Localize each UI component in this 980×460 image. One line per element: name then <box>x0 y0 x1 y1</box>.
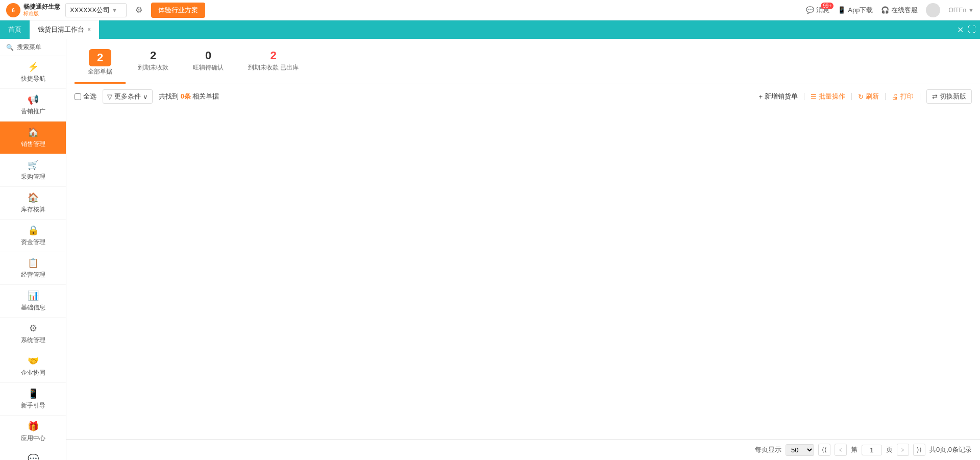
next-page-button[interactable]: ﹥ <box>897 444 909 456</box>
stat-all-label: 全部单据 <box>88 67 112 76</box>
page-input[interactable] <box>862 445 882 455</box>
user-dropdown[interactable]: OfTEn ▼ <box>948 7 974 14</box>
stat-tab-overdue-shipped[interactable]: 2 到期未收款 已出库 <box>236 45 311 84</box>
found-count: 0条 <box>181 92 191 100</box>
filter-icon: ▽ <box>107 93 112 101</box>
window-close-icon[interactable]: ✕ <box>957 25 964 35</box>
switch-version-button[interactable]: ⇄ 切换新版 <box>926 89 972 104</box>
company-selector[interactable]: XXXXXX公司 ▼ <box>65 3 127 17</box>
message-button[interactable]: 💬 消息 99+ <box>806 6 829 15</box>
toolbar-left: 全选 ▽ 更多条件 ∨ 共找到 0条 相关单据 <box>75 89 752 104</box>
sidebar-item-label: 营销推广 <box>21 107 45 116</box>
enterprise-icon: 🤝 <box>28 355 39 367</box>
trial-button[interactable]: 体验行业方案 <box>151 3 205 18</box>
company-dropdown-arrow: ▼ <box>112 7 117 13</box>
batch-icon: ☰ <box>811 93 817 101</box>
sidebar-item-operations[interactable]: 📋 经营管理 <box>0 252 66 285</box>
batch-operation-button[interactable]: ☰ 批量操作 <box>811 92 845 101</box>
settings-icon[interactable]: ⚙ <box>132 3 146 17</box>
stat-tab-pending[interactable]: 0 旺辅待确认 <box>181 45 236 84</box>
stats-tabs: 2 全部单据 2 到期未收款 0 旺辅待确认 2 到期未收款 已出库 <box>66 39 980 84</box>
sidebar-item-finance[interactable]: 🔒 资金管理 <box>0 220 66 252</box>
sidebar-item-label: 快捷导航 <box>21 75 45 83</box>
sidebar-item-wechat[interactable]: 💬 企业微信 <box>0 448 66 460</box>
svg-text:6: 6 <box>12 8 15 13</box>
window-maximize-icon[interactable]: ⛶ <box>968 25 976 34</box>
online-service-button[interactable]: 🎧 在线客服 <box>881 6 918 15</box>
sidebar-item-marketing[interactable]: 📢 营销推广 <box>0 89 66 122</box>
app-download-button[interactable]: 📱 App下载 <box>838 6 873 15</box>
page-label: 第 <box>851 445 857 454</box>
sidebar-search-label: 搜索菜单 <box>17 43 41 52</box>
prev-page-button[interactable]: ﹤ <box>835 444 847 456</box>
stat-all-number-bg: 2 <box>89 49 111 66</box>
tab-workbench[interactable]: 钱货日清工作台 × <box>30 20 99 39</box>
avatar[interactable] <box>926 3 940 17</box>
sidebar-item-guide[interactable]: 📱 新手引导 <box>0 383 66 416</box>
sidebar-item-label: 资金管理 <box>21 238 45 247</box>
marketing-icon: 📢 <box>28 94 39 105</box>
sidebar-item-label: 应用中心 <box>21 434 45 443</box>
divider-4 <box>920 93 920 100</box>
sidebar-item-label: 销售管理 <box>21 140 45 149</box>
last-page-button[interactable]: ⟩⟩ <box>913 444 925 456</box>
logo-sub: 标准版 <box>23 11 60 17</box>
wechat-icon: 💬 <box>28 453 39 460</box>
logo-area: 6 畅捷通好生意 标准版 <box>6 3 60 17</box>
select-all-label: 全选 <box>83 92 96 101</box>
found-suffix: 相关单据 <box>192 92 219 100</box>
finance-icon: 🔒 <box>28 225 39 236</box>
add-sale-order-button[interactable]: + 新增销货单 <box>758 92 798 101</box>
stat-tab-overdue[interactable]: 2 到期未收款 <box>126 45 181 84</box>
message-icon: 💬 <box>806 6 814 14</box>
sidebar-search[interactable]: 🔍 搜索菜单 <box>0 39 66 56</box>
print-button[interactable]: 🖨 打印 <box>892 92 914 101</box>
logo-icon: 6 <box>6 3 20 17</box>
page-size-label: 每页显示 <box>755 445 781 454</box>
page-label-end: 页 <box>886 445 893 454</box>
tab-home[interactable]: 首页 <box>0 20 30 39</box>
sidebar-item-inventory[interactable]: 🏠 库存核算 <box>0 187 66 220</box>
stat-overdue-shipped-label: 到期未收款 已出库 <box>248 63 299 72</box>
tab-home-label: 首页 <box>8 25 21 34</box>
stat-overdue-shipped-number: 2 <box>271 49 277 62</box>
sidebar-item-quick-nav[interactable]: ⚡ 快捷导航 <box>0 56 66 89</box>
filter-label: 更多条件 <box>114 92 141 101</box>
filter-button[interactable]: ▽ 更多条件 ∨ <box>103 89 153 104</box>
select-all-checkbox[interactable] <box>75 93 81 100</box>
sidebar-item-label: 企业协同 <box>21 369 45 377</box>
divider-1 <box>804 93 804 100</box>
print-label: 打印 <box>900 92 914 101</box>
tab-workbench-close[interactable]: × <box>87 26 91 33</box>
search-icon: 🔍 <box>6 44 14 51</box>
stat-overdue-number: 2 <box>150 49 156 62</box>
first-page-button[interactable]: ⟨⟨ <box>818 444 830 456</box>
batch-label: 批量操作 <box>819 92 845 101</box>
sidebar-item-system[interactable]: ⚙ 系统管理 <box>0 318 66 350</box>
select-all-checkbox-label[interactable]: 全选 <box>75 92 96 101</box>
app-download-label: App下载 <box>848 6 873 15</box>
tab-bar: 首页 钱货日清工作台 × ✕ ⛶ <box>0 20 980 39</box>
app-download-icon: 📱 <box>838 6 846 14</box>
message-badge: 99+ <box>821 3 834 9</box>
stat-tab-all[interactable]: 2 全部单据 <box>75 45 126 84</box>
sidebar-item-app-center[interactable]: 🎁 应用中心 <box>0 416 66 448</box>
sidebar-item-sales[interactable]: 🏠 销售管理 <box>0 122 66 154</box>
sidebar-item-purchase[interactable]: 🛒 采购管理 <box>0 154 66 187</box>
company-name: XXXXXX公司 <box>70 6 110 15</box>
refresh-label: 刷新 <box>866 92 879 101</box>
online-service-label: 在线客服 <box>891 6 918 15</box>
stat-pending-label: 旺辅待确认 <box>193 63 224 72</box>
found-text: 共找到 0条 相关单据 <box>159 92 219 101</box>
online-service-icon: 🎧 <box>881 6 889 14</box>
sidebar-item-basic-info[interactable]: 📊 基础信息 <box>0 285 66 318</box>
stat-overdue-label: 到期未收款 <box>138 63 168 72</box>
sales-icon: 🏠 <box>28 127 39 138</box>
add-label: 新增销货单 <box>765 92 798 101</box>
sidebar-item-label: 经营管理 <box>21 271 45 279</box>
stat-all-number: 2 <box>97 51 103 64</box>
refresh-button[interactable]: ↻ 刷新 <box>858 92 879 101</box>
sidebar-item-enterprise[interactable]: 🤝 企业协同 <box>0 350 66 383</box>
switch-label: 切换新版 <box>940 92 966 101</box>
page-size-select[interactable]: 50 20 100 <box>786 444 814 456</box>
